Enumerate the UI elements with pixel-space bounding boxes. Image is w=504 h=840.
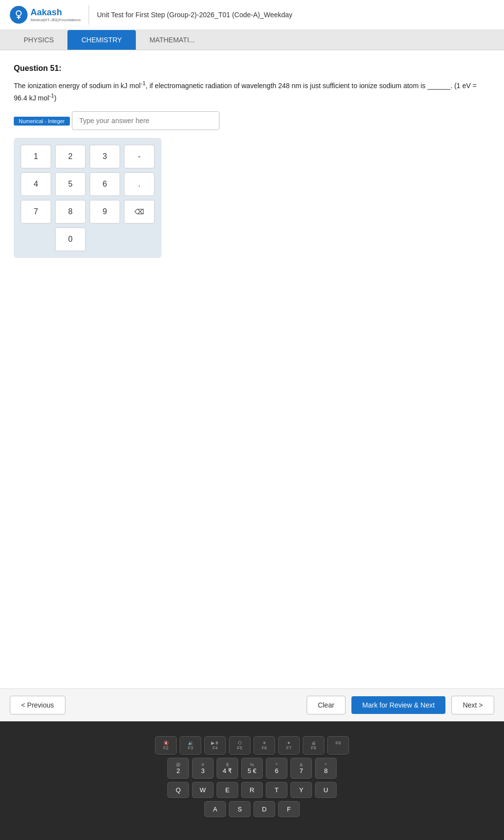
key-2[interactable]: @2 <box>167 758 189 779</box>
numpad-dot[interactable]: . <box>124 172 155 196</box>
answer-input[interactable] <box>72 111 220 130</box>
key-f3[interactable]: 🔉F3 <box>180 736 201 755</box>
numpad-0[interactable]: 0 <box>55 227 86 251</box>
subject-tabs: PHYSICS CHEMISTRY MATHEMATI... <box>0 30 504 50</box>
logo-area: Aakash Medical|IIT-JEE|Foundations <box>10 6 81 24</box>
asdf-row: A S D F <box>10 801 494 817</box>
numpad-1[interactable]: 1 <box>21 145 51 168</box>
key-t[interactable]: T <box>266 782 287 798</box>
key-f6[interactable]: ☀F6 <box>253 736 275 755</box>
brand-sub: Medical|IIT-JEE|Foundations <box>31 18 81 22</box>
key-e[interactable]: E <box>217 782 238 798</box>
numpad-minus[interactable]: - <box>124 145 155 168</box>
numpad-6[interactable]: 6 <box>90 172 120 196</box>
key-6[interactable]: ^6 <box>266 758 287 779</box>
logo-icon <box>10 6 28 24</box>
numpad-9[interactable]: 9 <box>90 200 120 224</box>
key-f7[interactable]: ✦F7 <box>278 736 300 755</box>
numpad-backspace[interactable]: ⌫ <box>124 200 155 224</box>
mark-review-button[interactable]: Mark for Review & Next <box>351 696 445 714</box>
key-f4[interactable]: ▶⏸F4 <box>204 736 226 755</box>
brand-name: Aakash <box>31 7 81 18</box>
numpad-7[interactable]: 7 <box>21 200 51 224</box>
key-7[interactable]: &7 <box>290 758 312 779</box>
key-f5[interactable]: 🌣F5 <box>229 736 251 755</box>
qwerty-row: Q W E R T Y U <box>10 782 494 798</box>
key-q[interactable]: Q <box>167 782 189 798</box>
key-f8[interactable]: 🖨F8 <box>303 736 324 755</box>
question-type-badge: Numerical - Integer <box>14 117 70 126</box>
key-f9[interactable]: F9 <box>327 736 349 755</box>
numpad-8[interactable]: 8 <box>55 200 86 224</box>
next-button[interactable]: Next > <box>451 696 494 714</box>
key-f2[interactable]: 🔇F2 <box>155 736 177 755</box>
logo-text: Aakash Medical|IIT-JEE|Foundations <box>31 7 81 22</box>
key-y[interactable]: Y <box>290 782 312 798</box>
tab-mathematics[interactable]: MATHEMATI... <box>136 30 209 50</box>
numpad-4[interactable]: 4 <box>21 172 51 196</box>
key-d[interactable]: D <box>253 801 275 817</box>
svg-point-0 <box>16 11 21 16</box>
key-8[interactable]: *8 <box>315 758 337 779</box>
key-5[interactable]: %5 € <box>241 758 263 779</box>
exam-title: Unit Test for First Step (Group-2)-2026_… <box>97 11 292 19</box>
bottom-nav: < Previous Clear Mark for Review & Next … <box>0 688 504 721</box>
top-bar: Aakash Medical|IIT-JEE|Foundations Unit … <box>0 0 504 30</box>
key-u[interactable]: U <box>315 782 337 798</box>
numpad-5[interactable]: 5 <box>55 172 86 196</box>
question-text: The ionization energy of sodium in kJ mo… <box>14 79 490 103</box>
key-f[interactable]: F <box>278 801 300 817</box>
previous-button[interactable]: < Previous <box>10 696 65 714</box>
main-content: Question 51: The ionization energy of so… <box>0 50 504 688</box>
number-row: @2 #3 $4 ₹ %5 € ^6 &7 *8 <box>10 758 494 779</box>
numpad-3[interactable]: 3 <box>90 145 120 168</box>
numpad-2[interactable]: 2 <box>55 145 86 168</box>
clear-button[interactable]: Clear <box>307 696 346 714</box>
key-a[interactable]: A <box>204 801 226 817</box>
screen: Aakash Medical|IIT-JEE|Foundations Unit … <box>0 0 504 721</box>
key-r[interactable]: R <box>241 782 263 798</box>
fn-row: 🔇F2 🔉F3 ▶⏸F4 🌣F5 ☀F6 ✦F7 🖨F8 F9 <box>10 736 494 755</box>
tab-chemistry[interactable]: CHEMISTRY <box>67 30 135 50</box>
divider <box>89 5 89 25</box>
key-3[interactable]: #3 <box>192 758 214 779</box>
tab-physics[interactable]: PHYSICS <box>10 30 67 50</box>
numpad: 1 2 3 - 4 5 6 . 7 8 9 ⌫ 0 <box>14 138 161 258</box>
key-s[interactable]: S <box>229 801 251 817</box>
question-number: Question 51: <box>14 64 490 73</box>
keyboard-area: 🔇F2 🔉F3 ▶⏸F4 🌣F5 ☀F6 ✦F7 🖨F8 F9 @2 #3 $4… <box>0 721 504 840</box>
key-4[interactable]: $4 ₹ <box>217 758 238 779</box>
key-w[interactable]: W <box>192 782 214 798</box>
